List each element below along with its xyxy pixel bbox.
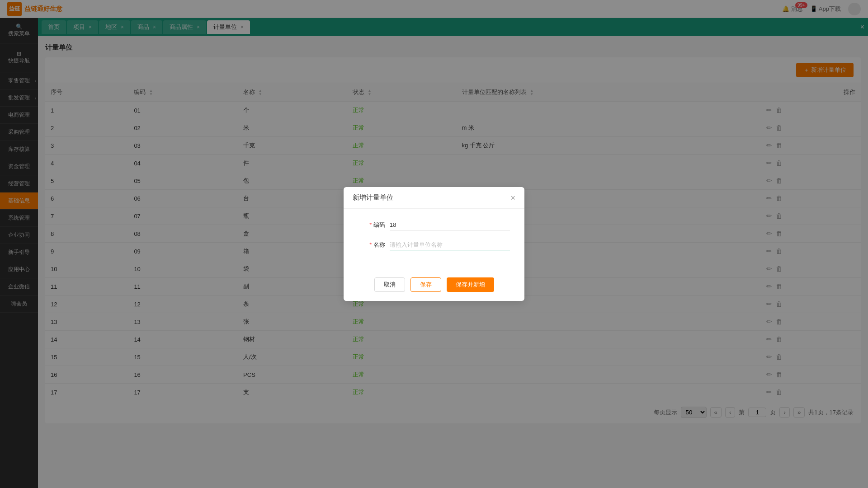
save-button[interactable]: 保存 <box>410 277 441 292</box>
code-label: 编码 <box>358 221 385 229</box>
modal-overlay: 新增计量单位 × 编码 名称 取消 保存 保存并新增 <box>0 0 868 488</box>
name-label: 名称 <box>358 241 385 249</box>
modal-header: 新增计量单位 × <box>344 187 524 209</box>
form-item-code: 编码 <box>358 220 510 230</box>
save-and-new-button[interactable]: 保存并新增 <box>447 277 494 292</box>
modal-title: 新增计量单位 <box>353 193 393 202</box>
modal-body: 编码 名称 <box>344 209 524 270</box>
code-input[interactable] <box>390 220 510 230</box>
add-unit-modal: 新增计量单位 × 编码 名称 取消 保存 保存并新增 <box>344 187 524 301</box>
modal-footer: 取消 保存 保存并新增 <box>344 270 524 301</box>
cancel-button[interactable]: 取消 <box>374 277 405 292</box>
name-input[interactable] <box>390 239 510 250</box>
modal-close-button[interactable]: × <box>510 194 515 202</box>
form-item-name: 名称 <box>358 239 510 250</box>
